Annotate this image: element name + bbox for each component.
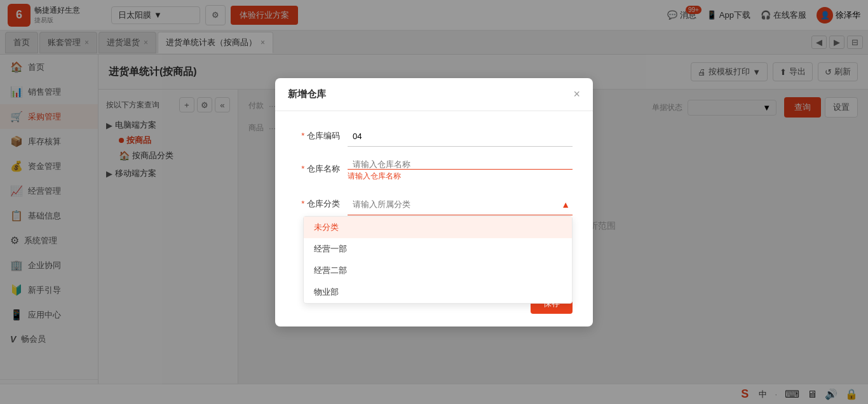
category-label: 仓库分类 — [295, 194, 340, 210]
name-field-wrap: 请输入仓库名称 — [348, 159, 573, 182]
dropdown-item-dept2[interactable]: 经营二部 — [304, 260, 572, 281]
dropdown-item-uncategorized[interactable]: 未分类 — [304, 217, 572, 238]
name-error-message: 请输入仓库名称 — [348, 171, 573, 182]
form-row-name: 仓库名称 请输入仓库名称 — [295, 159, 573, 182]
category-dropdown: 未分类 经营一部 经营二部 物业部 — [303, 216, 573, 304]
category-input[interactable] — [348, 194, 559, 215]
chevron-up-icon[interactable]: ▲ — [559, 199, 573, 210]
new-warehouse-dialog: 新增仓库 × 仓库编码 仓库名称 请输入仓库名称 仓库分类 — [275, 78, 593, 327]
warehouse-code-input[interactable] — [348, 126, 573, 147]
name-label: 仓库名称 — [295, 159, 340, 175]
dialog-header: 新增仓库 × — [275, 78, 593, 111]
dialog-body: 仓库编码 仓库名称 请输入仓库名称 仓库分类 ▲ — [275, 111, 593, 283]
dropdown-item-dept1[interactable]: 经营一部 — [304, 238, 572, 260]
modal-overlay: 新增仓库 × 仓库编码 仓库名称 请输入仓库名称 仓库分类 — [0, 0, 868, 404]
dialog-title: 新增仓库 — [288, 88, 326, 100]
form-row-code: 仓库编码 — [295, 126, 573, 147]
code-label: 仓库编码 — [295, 126, 340, 142]
dropdown-item-dept3[interactable]: 物业部 — [304, 281, 572, 303]
form-row-category: 仓库分类 ▲ 未分类 经营一部 经营二部 — [295, 194, 573, 215]
warehouse-name-input[interactable] — [348, 159, 573, 170]
close-dialog-button[interactable]: × — [573, 88, 580, 100]
category-select-wrap: ▲ 未分类 经营一部 经营二部 物业部 — [348, 194, 573, 215]
